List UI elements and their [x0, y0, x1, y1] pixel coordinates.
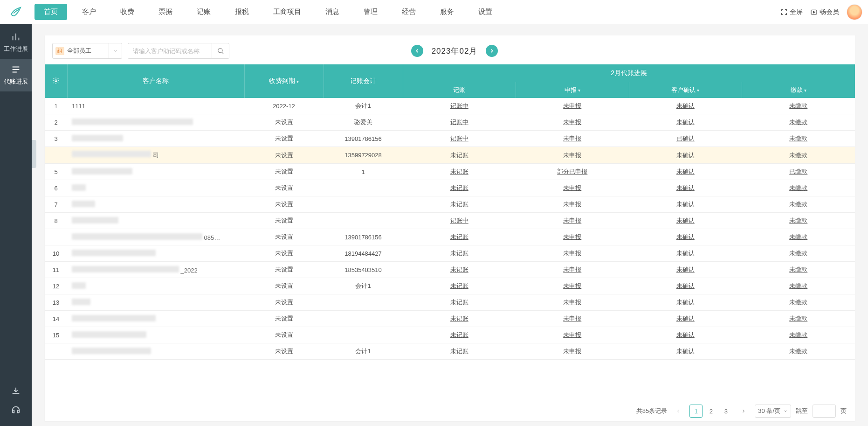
status-link[interactable]: 未申报 — [563, 233, 581, 240]
table-row[interactable]: 11 _2022未设置18535403510未记账未申报未确认未缴款 — [45, 262, 855, 278]
status-link[interactable]: 未确认 — [676, 152, 695, 159]
status-link[interactable]: 未申报 — [563, 135, 581, 142]
nav-item[interactable]: 客户 — [73, 4, 105, 20]
page-number[interactable]: 2 — [704, 405, 717, 418]
fullscreen-button[interactable]: 全屏 — [780, 8, 803, 16]
page-number[interactable]: 1 — [689, 405, 703, 418]
table-row[interactable]: 司未设置13599729028未记账未申报未确认未缴款 — [45, 147, 855, 164]
status-link[interactable]: 未确认 — [676, 315, 695, 322]
status-link[interactable]: 未缴款 — [789, 119, 807, 126]
nav-item[interactable]: 设置 — [469, 4, 502, 20]
table-row[interactable]: 2未设置骆爱美记账中未申报未确认未缴款 — [45, 114, 855, 131]
status-link[interactable]: 未申报 — [563, 217, 581, 224]
status-link[interactable]: 未记账 — [450, 233, 468, 240]
status-link[interactable]: 未缴款 — [789, 348, 807, 355]
status-link[interactable]: 未确认 — [676, 233, 695, 240]
status-link[interactable]: 未确认 — [676, 282, 695, 289]
status-link[interactable]: 未确认 — [676, 168, 695, 175]
status-link[interactable]: 未确认 — [676, 184, 695, 191]
status-link[interactable]: 记账中 — [450, 217, 468, 224]
search-input[interactable] — [128, 43, 212, 59]
status-link[interactable]: 未记账 — [450, 331, 468, 338]
status-link[interactable]: 未缴款 — [789, 102, 807, 109]
nav-item[interactable]: 经营 — [393, 4, 425, 20]
status-link[interactable]: 未缴款 — [789, 331, 807, 338]
status-link[interactable]: 未确认 — [676, 119, 695, 126]
member-button[interactable]: 畅会员 — [810, 8, 839, 16]
status-link[interactable]: 未缴款 — [789, 201, 807, 208]
status-link[interactable]: 未缴款 — [789, 266, 807, 273]
table-row[interactable]: 6未设置未记账未申报未确认未缴款 — [45, 180, 855, 196]
status-link[interactable]: 未申报 — [563, 299, 581, 306]
status-link[interactable]: 未确认 — [676, 348, 695, 355]
status-link[interactable]: 记账中 — [450, 135, 468, 142]
status-link[interactable]: 未确认 — [676, 201, 695, 208]
status-link[interactable]: 未缴款 — [789, 152, 807, 159]
search-button[interactable] — [212, 43, 229, 59]
status-link[interactable]: 未缴款 — [789, 282, 807, 289]
col-due[interactable]: 收费到期▾ — [244, 64, 324, 98]
status-link[interactable]: 记账中 — [450, 102, 468, 109]
status-link[interactable]: 未记账 — [450, 299, 468, 306]
nav-item[interactable]: 报税 — [226, 4, 258, 20]
status-link[interactable]: 未记账 — [450, 348, 468, 355]
status-link[interactable]: 未缴款 — [789, 315, 807, 322]
nav-item[interactable]: 消息 — [316, 4, 349, 20]
table-row[interactable]: 3未设置13901786156记账中未申报已确认未缴款 — [45, 131, 855, 147]
status-link[interactable]: 未记账 — [450, 184, 468, 191]
col-filing[interactable]: 申报▾ — [516, 82, 629, 98]
status-link[interactable]: 未确认 — [676, 266, 695, 273]
col-confirm[interactable]: 客户确认▾ — [629, 82, 742, 98]
table-row[interactable]: 未设置会计1未记账未申报未确认未缴款 — [45, 343, 855, 360]
table-row[interactable]: 085…未设置13901786156未记账未申报未确认未缴款 — [45, 229, 855, 245]
status-link[interactable]: 未缴款 — [789, 135, 807, 142]
sidebar-item-bookkeeping-progress[interactable]: 代账进展 — [0, 59, 32, 91]
status-link[interactable]: 未申报 — [563, 315, 581, 322]
status-link[interactable]: 未申报 — [563, 184, 581, 191]
status-link[interactable]: 未确认 — [676, 331, 695, 338]
table-row[interactable]: 12未设置会计1未记账未申报未确认未缴款 — [45, 278, 855, 294]
table-row[interactable]: 10未设置18194484427未记账未申报未确认未缴款 — [45, 245, 855, 262]
table-row[interactable]: 8未设置记账中未申报未确认未缴款 — [45, 213, 855, 229]
status-link[interactable]: 未申报 — [563, 266, 581, 273]
status-link[interactable]: 未缴款 — [789, 217, 807, 224]
status-link[interactable]: 未缴款 — [789, 299, 807, 306]
status-link[interactable]: 未确认 — [676, 299, 695, 306]
status-link[interactable]: 未记账 — [450, 168, 468, 175]
page-number[interactable]: 3 — [719, 405, 732, 418]
support-button[interactable] — [11, 405, 21, 417]
prev-page-button[interactable] — [672, 405, 685, 418]
nav-item[interactable]: 管理 — [354, 4, 387, 20]
status-link[interactable]: 未申报 — [563, 119, 581, 126]
jump-page-input[interactable] — [813, 405, 836, 418]
status-link[interactable]: 未申报 — [563, 348, 581, 355]
table-row[interactable]: 111112022-12会计1记账中未申报未确认未缴款 — [45, 98, 855, 114]
nav-item[interactable]: 票据 — [149, 4, 182, 20]
status-link[interactable]: 未缴款 — [789, 184, 807, 191]
status-link[interactable]: 记账中 — [450, 119, 468, 126]
nav-item[interactable]: 记账 — [187, 4, 220, 20]
prev-month-button[interactable] — [411, 45, 423, 57]
col-payment[interactable]: 缴款▾ — [742, 82, 855, 98]
status-link[interactable]: 未记账 — [450, 315, 468, 322]
next-page-button[interactable] — [737, 405, 750, 418]
nav-item[interactable]: 工商项目 — [264, 4, 310, 20]
status-link[interactable]: 未申报 — [563, 152, 581, 159]
sidebar-collapse-handle[interactable] — [32, 140, 36, 168]
status-link[interactable]: 未缴款 — [789, 250, 807, 257]
status-link[interactable]: 未申报 — [563, 331, 581, 338]
status-link[interactable]: 已确认 — [676, 135, 695, 142]
sidebar-item-work-progress[interactable]: 工作进展 — [0, 26, 32, 59]
status-link[interactable]: 已缴款 — [789, 168, 807, 175]
download-button[interactable] — [11, 386, 21, 398]
table-row[interactable]: 13未设置未记账未申报未确认未缴款 — [45, 294, 855, 311]
page-size-select[interactable]: 30 条/页 — [755, 405, 791, 418]
status-link[interactable]: 未申报 — [563, 282, 581, 289]
status-link[interactable]: 未记账 — [450, 250, 468, 257]
status-link[interactable]: 未记账 — [450, 201, 468, 208]
col-settings[interactable] — [45, 64, 67, 98]
status-link[interactable]: 未确认 — [676, 217, 695, 224]
status-link[interactable]: 未申报 — [563, 250, 581, 257]
status-link[interactable]: 未申报 — [563, 201, 581, 208]
employee-select[interactable]: 组 全部员工 — [52, 43, 122, 59]
